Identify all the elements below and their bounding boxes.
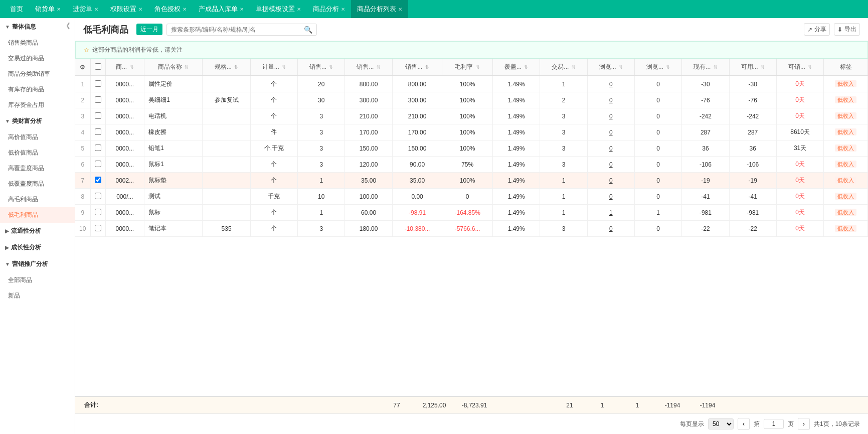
row-margin-rate: 1.49% (492, 189, 540, 205)
sidebar-item-high-value[interactable]: 高价值商品 (0, 129, 75, 145)
nav-template[interactable]: 单据模板设置 ✕ (250, 0, 307, 18)
row-deal: 1 (540, 205, 587, 221)
footer-sale1: 77 (379, 402, 414, 409)
nav-permission[interactable]: 权限设置 ✕ (104, 0, 148, 18)
sidebar-item-sales-goods[interactable]: 销售类商品 (0, 35, 75, 51)
sidebar-item-high-coverage[interactable]: 高覆盖度商品 (0, 161, 75, 176)
row-margin-rate: 1.49% (492, 173, 540, 189)
footer-code (209, 402, 249, 409)
row-checkbox[interactable] (95, 193, 101, 199)
col-settings[interactable]: ⚙ (75, 59, 90, 76)
arrow-icon-2: ▼ (5, 118, 10, 124)
row-checkbox[interactable] (95, 161, 101, 167)
col-sale2[interactable]: 销售... ⇅ (345, 59, 392, 76)
sidebar-group-wealth[interactable]: ▼ 类财富分析 (0, 113, 75, 129)
prev-page-btn[interactable]: ‹ (738, 418, 750, 430)
next-page-btn[interactable]: › (798, 418, 810, 430)
row-sale1: 1 (298, 173, 345, 189)
row-sellable: 0天 (776, 173, 823, 189)
sidebar-item-in-stock[interactable]: 有库存的商品 (0, 82, 75, 97)
row-deal: 3 (540, 124, 587, 140)
sidebar-item-low-margin[interactable]: 低毛利商品 (0, 207, 75, 223)
col-coverage[interactable]: 覆盖... ⇅ (492, 59, 540, 76)
nav-product-analysis-list-close[interactable]: ✕ (398, 7, 402, 12)
row-checkbox[interactable] (95, 209, 101, 215)
select-all-checkbox[interactable] (95, 63, 101, 70)
col-name[interactable]: 商品名称 ⇅ (144, 59, 203, 76)
nav-purchase[interactable]: 进货单 ✕ (67, 0, 104, 18)
search-icon[interactable]: 🔍 (304, 26, 312, 34)
sidebar-item-high-margin[interactable]: 高毛利商品 (0, 192, 75, 207)
row-sale3: 170.00 (392, 124, 442, 140)
sidebar-item-low-value[interactable]: 低价值商品 (0, 145, 75, 161)
sidebar-item-low-coverage[interactable]: 低覆盖度商品 (0, 176, 75, 192)
sidebar-group-marketing[interactable]: ▼ 营销推广分析 (0, 256, 75, 272)
row-browse1: 0 (587, 221, 634, 237)
col-spec[interactable]: 规格... ⇅ (203, 59, 250, 76)
sidebar-group-growth[interactable]: ▶ 成长性分析 (0, 239, 75, 256)
row-index: 5 (75, 140, 90, 157)
row-sale3: -10,380... (392, 221, 442, 237)
share-btn[interactable]: ↗ 分享 (804, 23, 830, 36)
table-row: 10 0000... 笔记本 535 个 3 180.00 -10,380...… (75, 221, 868, 237)
search-input[interactable] (171, 26, 304, 33)
per-page-select[interactable]: 50 100 200 (708, 418, 734, 429)
row-checkbox[interactable] (95, 80, 101, 87)
nav-product-analysis-close[interactable]: ✕ (341, 7, 345, 12)
nav-template-close[interactable]: ✕ (297, 7, 301, 12)
row-checkbox-cell (90, 205, 105, 221)
row-browse1: 0 (587, 157, 634, 173)
page-input[interactable] (764, 419, 784, 429)
row-sellable: 0天 (776, 92, 823, 108)
row-checkbox[interactable] (95, 128, 101, 135)
col-margin[interactable]: 毛利率 ⇅ (442, 59, 493, 76)
row-sellable: 0天 (776, 205, 823, 221)
row-checkbox-cell (90, 124, 105, 140)
col-sale3[interactable]: 销售... ⇅ (392, 59, 442, 76)
col-unit[interactable]: 计量... ⇅ (250, 59, 297, 76)
sidebar-item-category-rate[interactable]: 商品分类助销率 (0, 66, 75, 82)
export-btn[interactable]: ⬇ 导出 (834, 23, 860, 36)
nav-permission-close[interactable]: ✕ (138, 7, 142, 12)
row-browse2: 0 (634, 108, 681, 124)
row-checkbox[interactable] (95, 144, 101, 151)
nav-purchase-close[interactable]: ✕ (94, 7, 98, 12)
col-available[interactable]: 可用... ⇅ (729, 59, 776, 76)
row-checkbox[interactable] (95, 177, 101, 183)
row-spec: 参加复试 (203, 92, 250, 108)
nav-sales[interactable]: 销货单 ✕ (29, 0, 67, 18)
nav-home[interactable]: 首页 (4, 0, 29, 18)
nav-product-analysis-list[interactable]: 商品分析列表 ✕ (351, 0, 408, 18)
row-checkbox[interactable] (95, 96, 101, 103)
col-sale1[interactable]: 销售... ⇅ (298, 59, 345, 76)
col-code[interactable]: 商... ⇅ (105, 59, 144, 76)
row-checkbox-cell (90, 140, 105, 157)
nav-role-close[interactable]: ✕ (183, 7, 187, 12)
nav-role[interactable]: 角色授权 ✕ (148, 0, 193, 18)
col-browse1[interactable]: 浏览... ⇅ (587, 59, 634, 76)
sidebar-item-all-goods[interactable]: 全部商品 (0, 272, 75, 288)
row-deal: 1 (540, 189, 587, 205)
row-sellable: 0天 (776, 108, 823, 124)
sidebar-group-overall[interactable]: ▼ 整体信息 《 (0, 18, 75, 35)
collapse-icon[interactable]: 《 (63, 22, 70, 31)
sidebar-item-new-goods[interactable]: 新品 (0, 288, 75, 304)
col-sellable[interactable]: 可销... ⇅ (776, 59, 823, 76)
row-available: -22 (729, 221, 776, 237)
row-checkbox[interactable] (95, 225, 101, 231)
nav-product-in-close[interactable]: ✕ (240, 7, 244, 12)
nav-sales-close[interactable]: ✕ (57, 7, 61, 12)
col-current[interactable]: 现有... ⇅ (682, 59, 729, 76)
sidebar-group-flow[interactable]: ▶ 流通性分析 (0, 223, 75, 239)
sidebar-item-capital[interactable]: 库存资金占用 (0, 97, 75, 113)
filter-month-btn[interactable]: 近一月 (136, 24, 162, 35)
sidebar-item-traded-goods[interactable]: 交易过的商品 (0, 51, 75, 66)
nav-product-in[interactable]: 产成品入库单 ✕ (193, 0, 250, 18)
row-sale2: 35.00 (345, 173, 392, 189)
nav-product-analysis[interactable]: 商品分析 ✕ (307, 0, 351, 18)
col-deal[interactable]: 交易... ⇅ (540, 59, 587, 76)
row-checkbox[interactable] (95, 112, 101, 119)
row-available: 36 (729, 140, 776, 157)
col-browse2[interactable]: 浏览... ⇅ (634, 59, 681, 76)
row-checkbox-cell (90, 157, 105, 173)
